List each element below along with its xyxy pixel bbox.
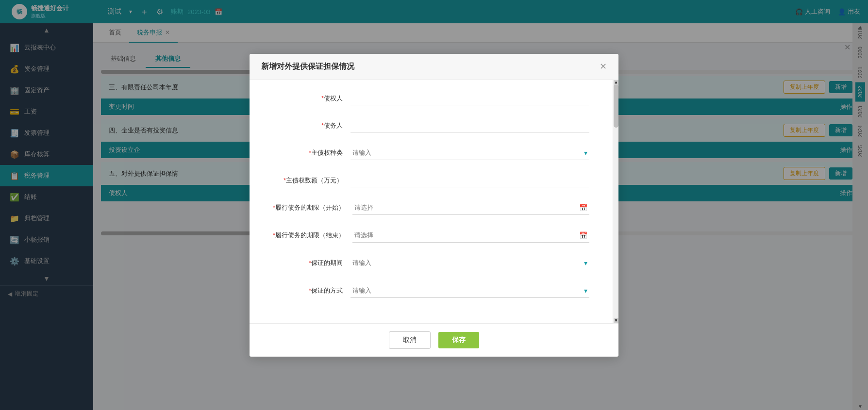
form-row-guarantee-period: *保证的期间 ▾ (273, 256, 589, 270)
claim-amount-label: *主债权数额（万元） (273, 176, 351, 185)
dialog-footer: 取消 保存 (250, 323, 618, 357)
creditor-input[interactable] (351, 92, 589, 105)
claim-type-select[interactable]: ▾ (351, 146, 589, 160)
form-row-claim-type: *主债权种类 ▾ (273, 146, 589, 160)
form-row-claim-amount: *主债权数额（万元） (273, 174, 589, 187)
guarantee-method-input[interactable] (352, 287, 584, 294)
guarantee-period-dropdown-icon[interactable]: ▾ (584, 259, 587, 267)
save-button[interactable]: 保存 (438, 332, 479, 348)
guarantee-period-input[interactable] (352, 259, 584, 266)
dialog-title: 新增对外提供保证担保情况 (261, 62, 354, 72)
dialog-header: 新增对外提供保证担保情况 ✕ (250, 54, 618, 80)
period-start-date[interactable]: 📅 (352, 201, 589, 215)
cancel-button[interactable]: 取消 (389, 331, 431, 349)
debtor-label: *债务人 (273, 121, 351, 130)
guarantee-period-select[interactable]: ▾ (351, 256, 589, 270)
guarantee-method-label: *保证的方式 (273, 286, 351, 295)
scrollbar-down-btn[interactable]: ▼ (614, 318, 618, 323)
form-row-creditor: *债权人 (273, 92, 589, 105)
guarantee-method-select[interactable]: ▾ (351, 284, 589, 298)
claim-amount-input[interactable] (351, 174, 589, 187)
debtor-input[interactable] (351, 119, 589, 132)
period-end-label: *履行债务的期限（结束） (273, 231, 352, 240)
dialog: 新增对外提供保证担保情况 ✕ *债权人 *债务人 (250, 54, 618, 357)
form-row-debtor: *债务人 (273, 119, 589, 132)
period-start-input[interactable] (354, 204, 579, 211)
guarantee-period-label: *保证的期间 (273, 259, 351, 267)
dialog-body: *债权人 *债务人 *主债权种类 (250, 80, 613, 323)
period-end-input[interactable] (354, 231, 579, 239)
period-end-date[interactable]: 📅 (352, 229, 589, 243)
claim-type-input[interactable] (352, 149, 584, 156)
period-start-calendar-icon[interactable]: 📅 (579, 204, 587, 212)
claim-type-label: *主债权种类 (273, 148, 351, 157)
creditor-label: *债权人 (273, 94, 351, 103)
form-row-period-end: *履行债务的期限（结束） 📅 (273, 229, 589, 243)
dialog-scrollbar[interactable]: ▲ ▼ (613, 80, 618, 323)
dialog-scrollbar-thumb (614, 84, 618, 128)
scrollbar-up-btn[interactable]: ▲ (614, 80, 618, 85)
guarantee-method-dropdown-icon[interactable]: ▾ (584, 287, 587, 295)
claim-type-dropdown-icon[interactable]: ▾ (584, 149, 587, 157)
form-row-period-start: *履行债务的期限（开始） 📅 (273, 201, 589, 215)
period-end-calendar-icon[interactable]: 📅 (579, 231, 587, 239)
form-row-guarantee-method: *保证的方式 ▾ (273, 284, 589, 298)
dialog-overlay: 新增对外提供保证担保情况 ✕ *债权人 *债务人 (0, 0, 868, 410)
dialog-close-button[interactable]: ✕ (600, 62, 607, 71)
period-start-label: *履行债务的期限（开始） (273, 203, 352, 212)
